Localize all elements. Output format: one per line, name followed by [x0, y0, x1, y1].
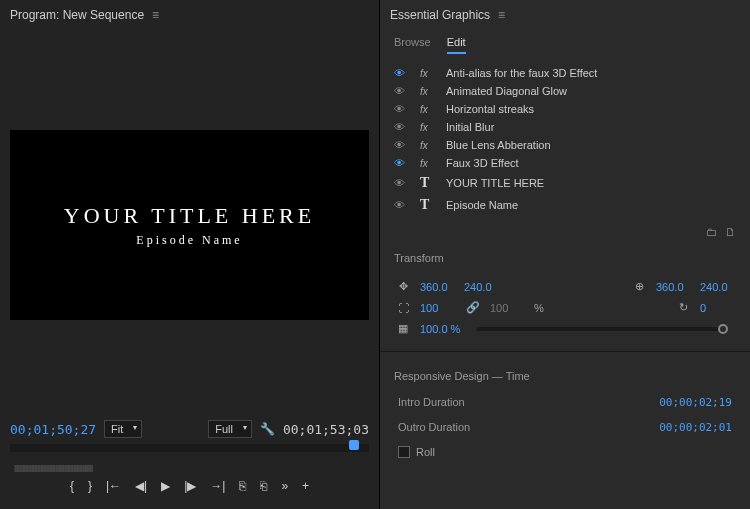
pos-x-value[interactable]: 360.0	[420, 281, 456, 293]
mark-out-icon[interactable]: }	[88, 479, 92, 493]
layer-name-label: Episode Name	[446, 199, 518, 211]
play-icon[interactable]: ▶	[161, 479, 170, 493]
program-monitor-panel: Program: New Sequence ≡ YOUR TITLE HERE …	[0, 0, 380, 509]
settings-icon[interactable]: 🔧	[260, 422, 275, 436]
fx-layer-icon: fx	[420, 104, 436, 115]
layer-name-label: Animated Diagonal Glow	[446, 85, 567, 97]
program-header: Program: New Sequence ≡	[0, 0, 379, 30]
layer-name-label: Anti-alias for the faux 3D Effect	[446, 67, 597, 79]
layer-row[interactable]: 👁fxBlue Lens Abberation	[380, 136, 750, 154]
visibility-icon[interactable]: 👁	[394, 121, 410, 133]
opacity-value[interactable]: 100.0 %	[420, 323, 460, 335]
visibility-icon[interactable]: 👁	[394, 67, 410, 79]
extract-icon[interactable]: ⎗	[260, 479, 267, 493]
outro-value[interactable]: 00;00;02;01	[659, 421, 732, 434]
roll-label: Roll	[416, 446, 435, 458]
eg-header: Essential Graphics ≡	[380, 0, 750, 30]
opacity-slider[interactable]	[476, 327, 728, 331]
export-frame-icon[interactable]: »	[281, 479, 288, 493]
intro-label: Intro Duration	[398, 396, 465, 409]
panel-menu-icon[interactable]: ≡	[152, 8, 159, 22]
pos-y-value[interactable]: 240.0	[464, 281, 500, 293]
outro-label: Outro Duration	[398, 421, 470, 434]
step-back-icon[interactable]: ◀|	[135, 479, 147, 493]
layer-name-label: Horizontal streaks	[446, 103, 534, 115]
link-icon[interactable]: 🔗	[464, 301, 482, 314]
visibility-icon[interactable]: 👁	[394, 103, 410, 115]
tab-browse[interactable]: Browse	[394, 36, 431, 54]
slider-handle-icon[interactable]	[718, 324, 728, 334]
anchor-icon: ⊕	[630, 280, 648, 293]
tab-edit[interactable]: Edit	[447, 36, 466, 54]
layer-row[interactable]: 👁fxHorizontal streaks	[380, 100, 750, 118]
total-timecode: 00;01;53;03	[283, 422, 369, 437]
layer-row[interactable]: 👁TEpisode Name	[380, 194, 750, 216]
rotation-value[interactable]: 0	[700, 302, 736, 314]
visibility-icon[interactable]: 👁	[394, 139, 410, 151]
preview-episode-text: Episode Name	[136, 233, 242, 248]
anchor-y-value[interactable]: 240.0	[700, 281, 736, 293]
fx-layer-icon: fx	[420, 158, 436, 169]
program-title: Program: New Sequence	[10, 8, 144, 22]
scale-w-value[interactable]: 100	[420, 302, 456, 314]
percent-label: %	[534, 302, 544, 314]
opacity-icon: ▦	[394, 322, 412, 335]
current-timecode[interactable]: 00;01;50;27	[10, 422, 96, 437]
visibility-icon[interactable]: 👁	[394, 157, 410, 169]
layer-row[interactable]: 👁TYOUR TITLE HERE	[380, 172, 750, 194]
rotation-icon: ↻	[674, 301, 692, 314]
playhead-icon[interactable]	[349, 440, 359, 450]
layer-name-label: Initial Blur	[446, 121, 494, 133]
eg-menu-icon[interactable]: ≡	[498, 8, 505, 22]
timeline-scrubber[interactable]	[10, 444, 369, 460]
go-to-in-icon[interactable]: |←	[106, 479, 121, 493]
transport-controls: 00;01;50;27 Fit Full 🔧 00;01;53;03 |||||…	[0, 412, 379, 509]
button-editor-icon[interactable]: +	[302, 479, 309, 493]
layer-row[interactable]: 👁fxInitial Blur	[380, 118, 750, 136]
fx-layer-icon: fx	[420, 140, 436, 151]
eg-title: Essential Graphics	[390, 8, 490, 22]
fx-layer-icon: fx	[420, 122, 436, 133]
new-layer-icon[interactable]: 🗋	[725, 226, 736, 238]
scale-h-value: 100	[490, 302, 526, 314]
layer-row[interactable]: 👁fxFaux 3D Effect	[380, 154, 750, 172]
layer-name-label: YOUR TITLE HERE	[446, 177, 544, 189]
visibility-icon[interactable]: 👁	[394, 85, 410, 97]
layer-name-label: Blue Lens Abberation	[446, 139, 551, 151]
zoom-dropdown[interactable]: Fit	[104, 420, 142, 438]
new-folder-icon[interactable]: 🗀	[706, 226, 717, 238]
text-layer-icon: T	[420, 197, 436, 213]
resolution-dropdown[interactable]: Full	[208, 420, 252, 438]
layer-row[interactable]: 👁fxAnimated Diagonal Glow	[380, 82, 750, 100]
step-forward-icon[interactable]: |▶	[184, 479, 196, 493]
layer-name-label: Faux 3D Effect	[446, 157, 519, 169]
layer-row[interactable]: 👁fxAnti-alias for the faux 3D Effect	[380, 64, 750, 82]
preview-viewport[interactable]: YOUR TITLE HERE Episode Name	[10, 130, 369, 320]
visibility-icon[interactable]: 👁	[394, 177, 410, 189]
intro-value[interactable]: 00;00;02;19	[659, 396, 732, 409]
layer-list: 👁fxAnti-alias for the faux 3D Effect👁fxA…	[380, 60, 750, 220]
tick-marks: ||||||||||||||||||||||||||||||||||||||||…	[10, 464, 369, 471]
visibility-icon[interactable]: 👁	[394, 199, 410, 211]
roll-checkbox[interactable]	[398, 446, 410, 458]
preview-title-text: YOUR TITLE HERE	[64, 203, 315, 229]
mark-in-icon[interactable]: {	[70, 479, 74, 493]
essential-graphics-panel: Essential Graphics ≡ Browse Edit 👁fxAnti…	[380, 0, 750, 509]
responsive-header: Responsive Design — Time	[394, 362, 736, 390]
transform-header: Transform	[380, 244, 750, 272]
lift-icon[interactable]: ⎘	[239, 479, 246, 493]
text-layer-icon: T	[420, 175, 436, 191]
go-to-out-icon[interactable]: →|	[210, 479, 225, 493]
position-icon: ✥	[394, 280, 412, 293]
scale-icon: ⛶	[394, 302, 412, 314]
fx-layer-icon: fx	[420, 86, 436, 97]
fx-layer-icon: fx	[420, 68, 436, 79]
anchor-x-value[interactable]: 360.0	[656, 281, 692, 293]
